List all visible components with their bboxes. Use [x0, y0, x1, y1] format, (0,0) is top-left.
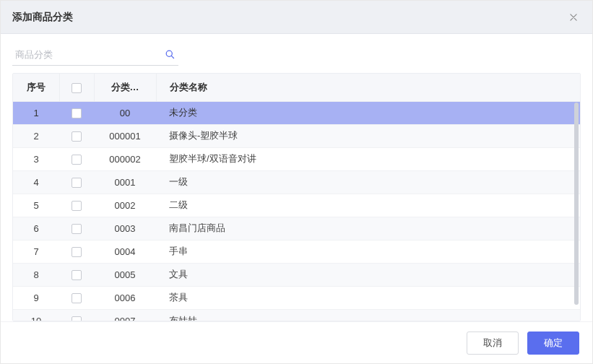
header-seq: 序号 [13, 74, 59, 101]
cell-checkbox [59, 147, 94, 170]
cell-seq: 8 [13, 263, 59, 286]
table-row[interactable]: 50002二级 [13, 194, 580, 217]
modal-header: 添加商品分类 [1, 1, 592, 34]
cell-name: 未分类 [156, 101, 580, 124]
table-row[interactable]: 3000002塑胶半球/双语音对讲 [13, 147, 580, 170]
cell-checkbox [59, 170, 94, 194]
cell-checkbox [59, 194, 94, 217]
search-input[interactable] [12, 44, 178, 66]
header-checkbox [59, 74, 94, 101]
cell-name: 南昌门店商品 [156, 217, 580, 240]
scrollbar[interactable] [574, 103, 579, 305]
cell-seq: 2 [13, 124, 59, 147]
cell-code: 000002 [94, 147, 156, 170]
table-row[interactable]: 70004手串 [13, 240, 580, 263]
row-checkbox[interactable] [72, 247, 82, 257]
table-row[interactable]: 100未分类 [13, 101, 580, 124]
row-checkbox[interactable] [72, 131, 82, 142]
header-name: 分类名称 [156, 74, 580, 101]
cell-checkbox [59, 217, 94, 240]
cell-seq: 3 [13, 147, 59, 170]
cell-name: 一级 [156, 170, 580, 194]
table-row[interactable]: 40001一级 [13, 170, 580, 194]
add-category-modal: 添加商品分类 序号 分类… 分类名称 [0, 0, 593, 364]
row-checkbox[interactable] [72, 108, 82, 118]
cell-code: 0006 [94, 286, 156, 309]
row-checkbox[interactable] [72, 224, 82, 234]
cell-seq: 10 [13, 309, 59, 321]
table-header-row: 序号 分类… 分类名称 [13, 74, 580, 101]
cell-name: 文具 [156, 263, 580, 286]
modal-footer: 取消 确定 [1, 321, 592, 363]
close-icon [568, 12, 579, 22]
cell-code: 0003 [94, 217, 156, 240]
row-checkbox[interactable] [72, 201, 82, 211]
modal-title: 添加商品分类 [12, 11, 73, 24]
cell-code: 0004 [94, 240, 156, 263]
category-table: 序号 分类… 分类名称 100未分类2000001摄像头-塑胶半球3000002… [12, 73, 581, 321]
cell-name: 茶具 [156, 286, 580, 309]
row-checkbox[interactable] [72, 270, 82, 280]
cell-checkbox [59, 101, 94, 124]
cell-name: 塑胶半球/双语音对讲 [156, 147, 580, 170]
cell-name: 布娃娃 [156, 309, 580, 321]
cell-checkbox [59, 263, 94, 286]
cell-name: 手串 [156, 240, 580, 263]
cell-code: 0001 [94, 170, 156, 194]
cell-seq: 4 [13, 170, 59, 194]
cell-seq: 9 [13, 286, 59, 309]
cell-code: 00 [94, 101, 156, 124]
cell-seq: 7 [13, 240, 59, 263]
search-wrap [12, 44, 178, 66]
cell-checkbox [59, 309, 94, 321]
cell-seq: 1 [13, 101, 59, 124]
cell-code: 0005 [94, 263, 156, 286]
cell-seq: 6 [13, 217, 59, 240]
cell-name: 二级 [156, 194, 580, 217]
cell-code: 0002 [94, 194, 156, 217]
cell-seq: 5 [13, 194, 59, 217]
cell-code: 0007 [94, 309, 156, 321]
row-checkbox[interactable] [72, 155, 82, 165]
row-checkbox[interactable] [72, 293, 82, 303]
table-row[interactable]: 60003南昌门店商品 [13, 217, 580, 240]
table-row[interactable]: 100007布娃娃 [13, 309, 580, 321]
table-row[interactable]: 80005文具 [13, 263, 580, 286]
confirm-button[interactable]: 确定 [527, 332, 579, 355]
header-code: 分类… [94, 74, 156, 101]
table-row[interactable]: 2000001摄像头-塑胶半球 [13, 124, 580, 147]
svg-line-1 [171, 56, 173, 58]
select-all-checkbox[interactable] [72, 83, 82, 93]
modal-body: 序号 分类… 分类名称 100未分类2000001摄像头-塑胶半球3000002… [1, 34, 592, 321]
cell-checkbox [59, 240, 94, 263]
table-row[interactable]: 90006茶具 [13, 286, 580, 309]
row-checkbox[interactable] [72, 178, 82, 188]
cell-checkbox [59, 124, 94, 147]
cancel-button[interactable]: 取消 [467, 332, 519, 355]
cell-name: 摄像头-塑胶半球 [156, 124, 580, 147]
cell-code: 000001 [94, 124, 156, 147]
cell-checkbox [59, 286, 94, 309]
search-icon[interactable] [164, 48, 176, 60]
row-checkbox[interactable] [72, 316, 82, 321]
close-button[interactable] [566, 10, 581, 25]
